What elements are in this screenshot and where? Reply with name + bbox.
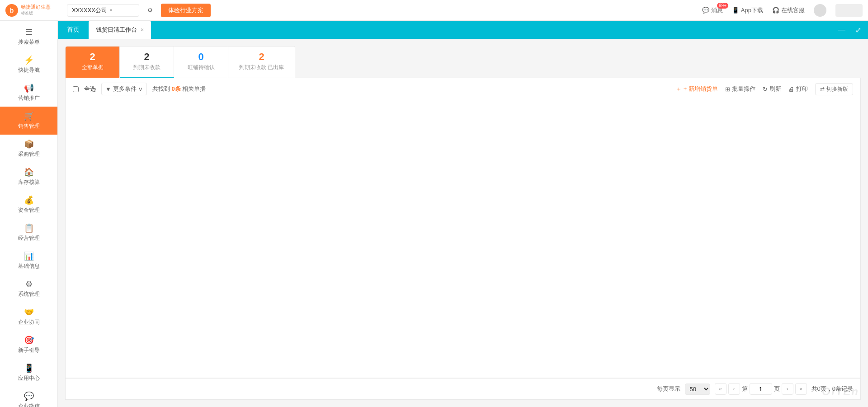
sales-icon: 🛒 <box>24 111 34 121</box>
sidebar-item-wechat[interactable]: 💬 企业微信 <box>0 387 57 407</box>
sidebar-label-app-center: 应用中心 <box>18 374 40 382</box>
add-icon: ＋ <box>676 85 682 93</box>
filter-button[interactable]: ▼ 更多条件 ∨ <box>101 83 147 95</box>
toolbar: 全选 ▼ 更多条件 ∨ 共找到 0条 相关单据 ＋ + 新增销货单 <box>65 78 861 100</box>
logo-icon: b <box>5 4 18 17</box>
online-service-nav-item[interactable]: 🎧 在线客服 <box>772 6 805 14</box>
print-icon: 🖨 <box>788 86 794 93</box>
purchase-icon: 📦 <box>24 139 34 149</box>
sidebar: ☰ 搜索菜单 ⚡ 快捷导航 📢 营销推广 🛒 销售管理 📦 采购管理 🏠 库存核… <box>0 21 58 407</box>
marketing-icon: 📢 <box>24 83 34 93</box>
tab-home[interactable]: 首页 <box>58 21 89 39</box>
sidebar-item-base-info[interactable]: 📊 基础信息 <box>0 247 57 275</box>
top-navbar: b 畅捷通好生意 标准版 XXXXXX公司 ▾ ⚙ 体验行业方案 💬 消息 99… <box>0 0 868 21</box>
tab-expand-button[interactable]: ⤢ <box>852 23 864 36</box>
message-icon: 💬 <box>702 7 709 14</box>
sidebar-item-search[interactable]: ☰ 搜索菜单 <box>0 23 57 51</box>
sidebar-label-sales: 销售管理 <box>18 122 40 130</box>
newbie-icon: 🎯 <box>24 335 34 345</box>
stat-label-overdue-shipped: 到期未收款 已出库 <box>239 64 284 71</box>
company-selector[interactable]: XXXXXX公司 ▾ <box>67 4 139 17</box>
stat-tab-overdue[interactable]: 2 到期未收款 <box>120 47 174 78</box>
sidebar-item-enterprise[interactable]: 🤝 企业协同 <box>0 303 57 331</box>
system-icon: ⚙ <box>25 279 33 289</box>
sidebar-item-sales[interactable]: 🛒 销售管理 <box>0 107 57 135</box>
refresh-button[interactable]: ↻ 刷新 <box>763 85 781 93</box>
message-nav-item[interactable]: 💬 消息 99+ <box>702 6 723 14</box>
dropdown-arrow-icon: ▾ <box>110 8 112 13</box>
main-layout: ☰ 搜索菜单 ⚡ 快捷导航 📢 营销推广 🛒 销售管理 📦 采购管理 🏠 库存核… <box>0 21 868 407</box>
stat-number-overdue: 2 <box>131 52 163 62</box>
prev-page-icon: ‹ <box>733 386 735 392</box>
finance-icon: 💰 <box>24 195 34 205</box>
operations-icon: 📋 <box>24 223 34 233</box>
sidebar-item-marketing[interactable]: 📢 营销推广 <box>0 79 57 107</box>
sidebar-item-app-center[interactable]: 📱 应用中心 <box>0 359 57 387</box>
pagination: 每页显示 10 20 50 100 « ‹ 第 页 <box>65 378 861 400</box>
sidebar-label-search: 搜索菜单 <box>18 38 40 46</box>
batch-icon: ⊞ <box>725 86 730 93</box>
page-input[interactable] <box>750 383 772 395</box>
table-area <box>65 100 861 378</box>
first-page-button[interactable]: « <box>715 383 726 395</box>
tab-minimize-button[interactable]: — <box>835 23 848 36</box>
filter-icon: ▼ <box>105 86 111 93</box>
page-suffix: 页 <box>774 385 780 393</box>
stat-tab-all[interactable]: 2 全部单据 <box>66 47 120 78</box>
trial-button[interactable]: 体验行业方案 <box>161 4 211 17</box>
logo-badge: 标准版 <box>21 10 51 16</box>
sidebar-label-inventory: 库存核算 <box>18 178 40 186</box>
user-panel[interactable] <box>835 4 863 17</box>
stat-number-wangpu: 0 <box>185 52 217 62</box>
app-center-icon: 📱 <box>24 363 34 373</box>
tab-active-workbench[interactable]: 钱货日清工作台 × <box>89 21 151 39</box>
page-content: 2 全部单据 2 到期未收款 0 旺铺待确认 2 到期未收款 已出库 <box>58 39 868 407</box>
sidebar-item-newbie[interactable]: 🎯 新手引导 <box>0 331 57 359</box>
switch-version-button[interactable]: ⇄ 切换新版 <box>815 83 853 95</box>
found-count: 0条 <box>172 85 181 92</box>
page-size-label: 每页显示 <box>657 385 680 393</box>
sidebar-label-purchase: 采购管理 <box>18 150 40 158</box>
content-area: 首页 钱货日清工作台 × — ⤢ 2 全部单据 <box>58 21 868 407</box>
first-page-icon: « <box>719 386 722 392</box>
search-menu-icon: ☰ <box>25 27 33 37</box>
filter-dropdown-icon: ∨ <box>138 86 143 93</box>
add-sales-button[interactable]: ＋ + 新增销货单 <box>676 85 718 93</box>
last-page-button[interactable]: » <box>795 383 807 395</box>
sidebar-item-operations[interactable]: 📋 经营管理 <box>0 219 57 247</box>
sidebar-item-finance[interactable]: 💰 资金管理 <box>0 191 57 219</box>
page-size-select[interactable]: 10 20 50 100 <box>685 384 710 395</box>
sidebar-item-inventory[interactable]: 🏠 库存核算 <box>0 163 57 191</box>
print-button[interactable]: 🖨 打印 <box>788 85 808 93</box>
sidebar-label-base-info: 基础信息 <box>18 262 40 270</box>
tab-close-button[interactable]: × <box>141 27 144 33</box>
sidebar-label-wechat: 企业微信 <box>18 402 40 407</box>
page-nav: « ‹ 第 页 › » <box>715 383 807 395</box>
stat-number-all: 2 <box>76 52 108 62</box>
sidebar-item-quick-nav[interactable]: ⚡ 快捷导航 <box>0 51 57 79</box>
page-label: 第 <box>742 385 748 393</box>
quick-nav-icon: ⚡ <box>24 55 34 65</box>
company-name: XXXXXX公司 <box>72 6 107 14</box>
sidebar-label-marketing: 营销推广 <box>18 94 40 102</box>
sidebar-item-purchase[interactable]: 📦 采购管理 <box>0 135 57 163</box>
navbar-right: 💬 消息 99+ 📱 App下载 🎧 在线客服 <box>702 4 863 17</box>
sidebar-item-system[interactable]: ⚙ 系统管理 <box>0 275 57 303</box>
batch-operation-button[interactable]: ⊞ 批量操作 <box>725 85 755 93</box>
app-download-nav-item[interactable]: 📱 App下载 <box>732 6 763 14</box>
inventory-icon: 🏠 <box>24 167 34 177</box>
prev-page-button[interactable]: ‹ <box>728 383 740 395</box>
tab-bar: 首页 钱货日清工作台 × — ⤢ <box>58 21 868 39</box>
logo-area: b 畅捷通好生意 标准版 <box>5 4 63 17</box>
stat-label-overdue: 到期未收款 <box>131 64 163 71</box>
stats-tabs: 2 全部单据 2 到期未收款 0 旺铺待确认 2 到期未收款 已出库 <box>65 46 295 78</box>
select-all-checkbox[interactable] <box>73 86 79 92</box>
minimize-icon: — <box>838 26 845 34</box>
settings-button[interactable]: ⚙ <box>143 3 157 18</box>
stat-tab-wangpu[interactable]: 0 旺铺待确认 <box>174 47 228 78</box>
avatar[interactable] <box>814 4 826 17</box>
stat-label-wangpu: 旺铺待确认 <box>185 64 217 71</box>
expand-icon: ⤢ <box>855 26 861 34</box>
stat-tab-overdue-shipped[interactable]: 2 到期未收款 已出库 <box>228 47 295 78</box>
next-page-button[interactable]: › <box>782 383 793 395</box>
